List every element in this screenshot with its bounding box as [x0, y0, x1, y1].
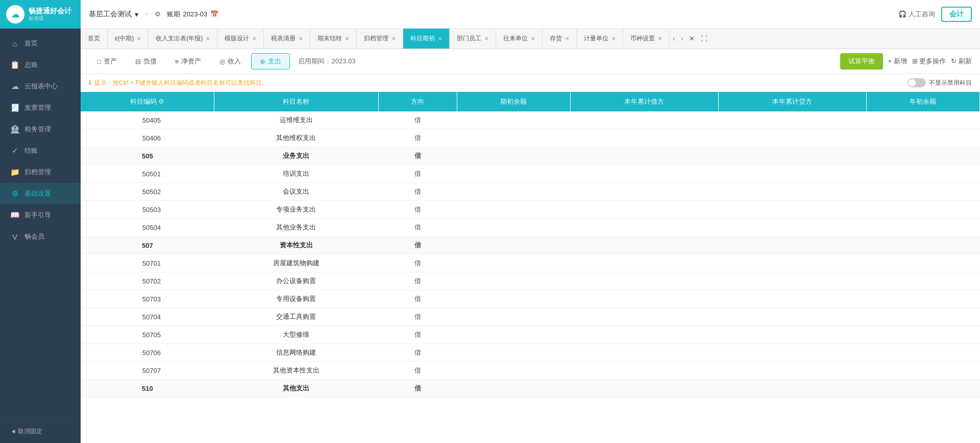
sidebar-footer[interactable]: ◄ 取消固定 [0, 419, 81, 443]
tab-scroll-right[interactable]: › [678, 35, 686, 42]
tab-close-all[interactable]: ✕ [686, 35, 698, 42]
sidebar-item-archive[interactable]: 📁归档管理 [0, 161, 81, 183]
tab-unit[interactable]: 往来单位✕ [496, 29, 543, 49]
tab-close-income-year[interactable]: ✕ [206, 36, 210, 41]
tab-close-interim[interactable]: ✕ [137, 36, 141, 41]
project-selector[interactable]: 基层工会测试 ▾ [89, 10, 138, 19]
sidebar-item-report[interactable]: ☁云报表中心 [0, 76, 81, 97]
tab-close-archive[interactable]: ✕ [391, 36, 396, 41]
refresh-button[interactable]: ↻ 刷新 [951, 57, 972, 66]
cell-debit [570, 308, 718, 326]
tab-close-subject-init[interactable]: ✕ [438, 36, 442, 41]
cell-name: 专用设备购置 [214, 290, 378, 308]
table-row[interactable]: 50504 其他业务支出 借 [81, 219, 980, 237]
period-value: 2023-03 [183, 10, 208, 18]
table-row[interactable]: 50406 其他维权支出 借 [81, 129, 980, 147]
settings-icon[interactable]: ⚙ [155, 10, 161, 18]
table-row[interactable]: 50701 房屋建筑物购建 借 [81, 254, 980, 272]
tab-close-dept-staff[interactable]: ✕ [484, 36, 488, 41]
subtab-equity[interactable]: ≡净资产 [167, 54, 210, 69]
col-balance: 期初余额 [457, 92, 570, 111]
table-row[interactable]: 50502 会议支出 借 [81, 183, 980, 201]
col-year-balance: 年初余额 [866, 92, 979, 111]
table-row[interactable]: 50706 信息网络购建 借 [81, 344, 980, 362]
table-row[interactable]: 50405 运维维支出 借 [81, 111, 980, 129]
table-row[interactable]: 505 业务支出 借 [81, 147, 980, 165]
cell-credit [718, 201, 866, 219]
tab-currency[interactable]: 币种设置✕ [623, 29, 670, 49]
table-row[interactable]: 50503 专项业务支出 借 [81, 201, 980, 219]
add-button[interactable]: + 新增 [888, 57, 907, 66]
tab-label-template: 模版设计 [225, 34, 249, 43]
table-body: 50405 运维维支出 借 50406 其他维权支出 借 505 业务支出 借 … [81, 111, 980, 398]
cell-dir: 借 [378, 254, 457, 272]
cell-dir: 借 [378, 344, 457, 362]
tab-close-taxform[interactable]: ✕ [299, 36, 303, 41]
tab-close-stock[interactable]: ✕ [565, 36, 569, 41]
cell-dir: 借 [378, 308, 457, 326]
table-row[interactable]: 50707 其他资本性支出 借 [81, 362, 980, 380]
cell-balance [457, 237, 570, 254]
cell-year-balance [866, 183, 979, 201]
table-row[interactable]: 50702 办公设备购置 借 [81, 272, 980, 290]
cell-dir: 借 [378, 380, 457, 398]
tab-archive[interactable]: 归档管理✕ [357, 29, 403, 49]
tab-label-stock: 存货 [550, 34, 562, 43]
tab-close-period-end[interactable]: ✕ [345, 36, 349, 41]
tab-subject-init[interactable]: 科目期初✕ [403, 29, 450, 49]
tab-home[interactable]: 首页 [81, 29, 108, 49]
tab-period-end[interactable]: 期末结转✕ [310, 29, 357, 49]
tab-close-currency[interactable]: ✕ [658, 36, 662, 41]
balance-button[interactable]: 试算平衡 [840, 53, 883, 69]
tab-close-template[interactable]: ✕ [252, 36, 256, 41]
cell-balance [457, 272, 570, 290]
tab-expand[interactable]: ⛶ [698, 35, 710, 42]
table-row[interactable]: 507 资本性支出 借 [81, 237, 980, 254]
tab-label-currency: 币种设置 [630, 34, 655, 43]
tab-scroll-left[interactable]: ‹ [670, 35, 678, 42]
table-row[interactable]: 50703 专用设备购置 借 [81, 290, 980, 308]
sidebar-item-guide[interactable]: 📖新手引导 [0, 204, 81, 226]
sidebar-item-member[interactable]: V畅会员 [0, 226, 81, 247]
table-header: 科目编码 ⚙ 科目名称 方向 期初余额 本年累计借方 本年累计贷方 年初余额 [81, 92, 980, 111]
subtab-income[interactable]: ◎收入 [211, 54, 249, 69]
table-row[interactable]: 50704 交通工具购置 借 [81, 308, 980, 326]
col-settings-icon[interactable]: ⚙ [158, 98, 164, 105]
tab-stock[interactable]: 存货✕ [543, 29, 577, 49]
cell-code: 50703 [81, 290, 214, 308]
sidebar-item-tax[interactable]: 🏦税务管理 [0, 119, 81, 140]
subtab-icon-asset: □ [97, 58, 101, 65]
tab-taxform[interactable]: 税表清册✕ [264, 29, 310, 49]
calendar-icon[interactable]: 📅 [210, 10, 218, 18]
cell-code: 50701 [81, 254, 214, 272]
table-row[interactable]: 50705 大型修缮 借 [81, 326, 980, 344]
more-button[interactable]: ⊞ 更多操作 [912, 57, 946, 66]
cell-code: 507 [81, 237, 214, 254]
sidebar-item-ledger[interactable]: 📋总账 [0, 54, 81, 76]
table-row[interactable]: 510 其他支出 借 [81, 380, 980, 398]
sidebar-item-settle[interactable]: ✓结账 [0, 140, 81, 161]
service-button[interactable]: 🎧 人工咨询 [898, 10, 935, 19]
table-row[interactable]: 50501 培训支出 借 [81, 165, 980, 183]
subtab-liability[interactable]: ⊟负债 [127, 54, 165, 69]
tab-close-measure[interactable]: ✕ [611, 36, 616, 41]
sidebar-item-basic[interactable]: ⚙基础设置 [0, 183, 81, 204]
sidebar-item-home[interactable]: ⌂首页 [0, 33, 81, 54]
tab-close-unit[interactable]: ✕ [531, 36, 535, 41]
tab-label-home: 首页 [88, 34, 100, 43]
subtab-asset[interactable]: □资产 [89, 54, 125, 69]
cell-debit [570, 290, 718, 308]
tab-income-year[interactable]: 收入支出表(年报)✕ [149, 29, 217, 49]
tab-interim[interactable]: ε(中期)✕ [108, 29, 149, 49]
tab-label-dept-staff: 部门员工 [457, 34, 481, 43]
kuaiji-button[interactable]: 会计 [941, 7, 972, 22]
cell-code: 50705 [81, 326, 214, 344]
subtab-expense[interactable]: ⊕支出 [251, 53, 290, 69]
tab-label-measure: 计量单位 [584, 34, 608, 43]
tab-measure[interactable]: 计量单位✕ [577, 29, 623, 49]
tab-template[interactable]: 模版设计✕ [217, 29, 264, 49]
disable-toggle[interactable] [908, 78, 926, 87]
sidebar-item-invoice[interactable]: 🧾发票管理 [0, 97, 81, 119]
tab-dept-staff[interactable]: 部门员工✕ [450, 29, 496, 49]
cell-year-balance [866, 254, 979, 272]
